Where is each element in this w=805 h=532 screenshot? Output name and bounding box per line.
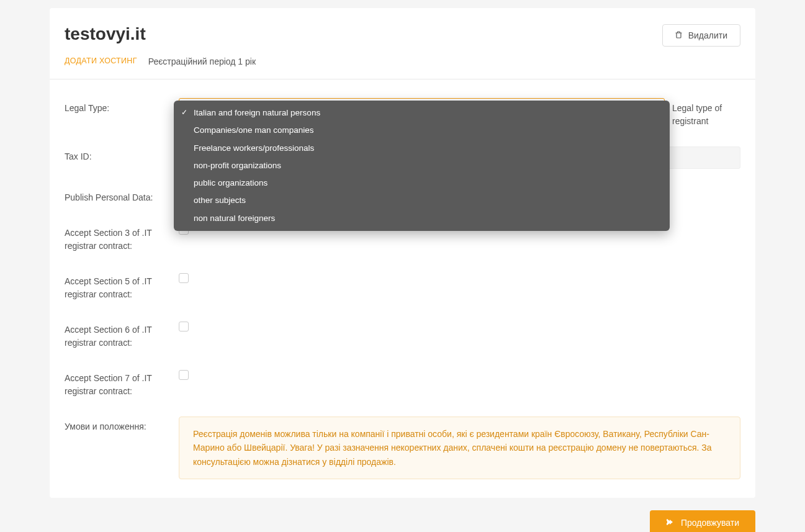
legal-type-dropdown: Italian and foreign natural persons Comp… [174,101,670,231]
row-legal-type: Legal Type: Italian and foreign natural … [65,98,740,128]
dropdown-option[interactable]: Italian and foreign natural persons [174,104,670,122]
label-terms: Умови и положення: [65,417,179,433]
dropdown-option[interactable]: other subjects [174,192,670,209]
subtitle-row: ДОДАТИ ХОСТИНГ Реєстраційний період 1 рі… [65,56,740,66]
label-accept-s3: Accept Section 3 of .IT registrar contra… [65,223,179,253]
checkbox-accept-s6[interactable] [179,322,189,331]
add-hosting-link[interactable]: ДОДАТИ ХОСТИНГ [65,56,137,66]
row-accept-s6: Accept Section 6 of .IT registrar contra… [65,320,740,349]
label-accept-s6: Accept Section 6 of .IT registrar contra… [65,320,179,349]
registration-period: Реєстраційний період 1 рік [148,56,256,66]
dropdown-option[interactable]: Freelance workers/professionals [174,140,670,157]
hint-legal-type: Legal type of registrant [672,98,740,128]
trash-icon [675,30,682,40]
terms-notice: Реєстрація доменів можлива тільки на ком… [179,417,740,479]
domain-title: testovyi.it [65,24,146,44]
label-tax-id: Tax ID: [65,147,179,163]
dropdown-option[interactable]: non-profit organizations [174,157,670,174]
delete-label: Видалити [688,30,727,40]
label-publish-personal: Publish Personal Data: [65,187,179,204]
control-legal-type: Italian and foreign natural persons Comp… [179,98,740,128]
row-accept-s5: Accept Section 5 of .IT registrar contra… [65,271,740,301]
arrow-right-icon [666,518,673,528]
control-accept-s7 [179,368,740,380]
form-body: Legal Type: Italian and foreign natural … [50,79,755,498]
delete-button[interactable]: Видалити [662,24,740,47]
dropdown-option[interactable]: non natural foreigners [174,210,670,227]
label-accept-s7: Accept Section 7 of .IT registrar contra… [65,368,179,398]
control-accept-s6 [179,320,740,331]
control-accept-s5 [179,271,740,283]
title-row: testovyi.it Видалити [65,24,740,47]
dropdown-option[interactable]: public organizations [174,174,670,192]
row-terms: Умови и положення: Реєстрація доменів мо… [65,417,740,479]
checkbox-accept-s7[interactable] [179,370,189,380]
page-footer: Продовжувати [0,498,805,532]
continue-label: Продовжувати [681,518,739,528]
row-accept-s7: Accept Section 7 of .IT registrar contra… [65,368,740,398]
label-legal-type: Legal Type: [65,98,179,115]
continue-button[interactable]: Продовжувати [650,510,755,532]
select-wrapper-legal-type: Italian and foreign natural persons Comp… [179,98,665,120]
checkbox-accept-s5[interactable] [179,273,189,283]
label-accept-s5: Accept Section 5 of .IT registrar contra… [65,271,179,301]
card-header: testovyi.it Видалити ДОДАТИ ХОСТИНГ Реєс… [50,8,755,79]
domain-config-card: testovyi.it Видалити ДОДАТИ ХОСТИНГ Реєс… [50,8,755,498]
dropdown-option[interactable]: Companies/one man companies [174,122,670,139]
